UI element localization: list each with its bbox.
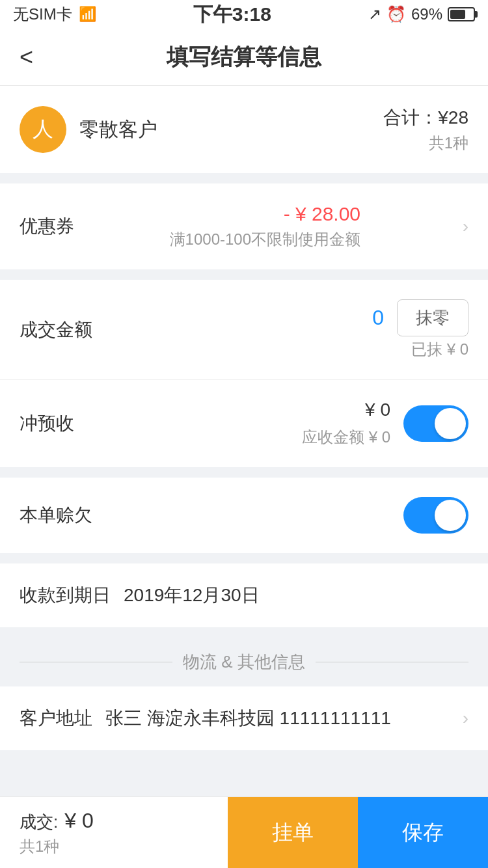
due-date-label: 收款到期日 (20, 583, 111, 608)
prepayment-label: 冲预收 (20, 411, 74, 436)
customer-row: 人 零散客户 合计：¥28 共1种 (0, 86, 488, 173)
coupon-label: 优惠券 (20, 214, 74, 239)
carrier-text: 无SIM卡 (13, 4, 72, 25)
customer-right: 合计：¥28 共1种 (383, 105, 468, 154)
bottom-total-label: 成交: (20, 811, 58, 834)
round-zero-sub: 已抹 ¥ 0 (411, 339, 468, 360)
address-section[interactable]: 客户地址 张三 海淀永丰科技园 11111111111 › (0, 686, 488, 750)
coupon-row[interactable]: 优惠券 - ¥ 28.00 满1000-100不限制使用金额 › (0, 183, 488, 269)
debt-toggle[interactable] (403, 497, 468, 534)
logistics-header: 物流 & 其他信息 (0, 638, 488, 686)
amount-section: 成交金额 0 抹零 已抹 ¥ 0 冲预收 ¥ 0 应收金额 ¥ 0 (0, 280, 488, 467)
transaction-amount-label: 成交金额 (20, 318, 92, 342)
battery-icon (448, 7, 475, 21)
coupon-description: 满1000-100不限制使用金额 (170, 229, 360, 250)
chevron-right-icon: › (463, 216, 468, 237)
transaction-amount-right: 0 抹零 已抹 ¥ 0 (372, 299, 468, 360)
prepayment-toggle[interactable] (403, 405, 468, 442)
bottom-amount: ¥ 0 (64, 809, 93, 833)
logistics-label: 物流 & 其他信息 (183, 651, 305, 673)
prepayment-value: ¥ 0 (365, 400, 390, 420)
debt-section: 本单赊欠 (0, 478, 488, 553)
nav-bar: < 填写结算等信息 (0, 29, 488, 86)
pending-button[interactable]: 挂单 (228, 797, 358, 868)
back-button[interactable]: < (20, 44, 33, 71)
bottom-info: 成交: ¥ 0 共1种 (0, 809, 228, 857)
due-date-section: 收款到期日 2019年12月30日 (0, 563, 488, 627)
due-date-row: 收款到期日 2019年12月30日 (20, 583, 468, 608)
due-date-value[interactable]: 2019年12月30日 (124, 583, 260, 608)
receivable-label: 应收金额 ¥ 0 (302, 427, 390, 448)
logistics-line-right (316, 662, 468, 662)
total-count: 共1种 (383, 133, 468, 154)
coupon-right: - ¥ 28.00 满1000-100不限制使用金额 (170, 203, 360, 250)
bottom-count: 共1种 (20, 836, 208, 857)
customer-name: 零散客户 (79, 116, 157, 143)
prepayment-values: ¥ 0 应收金额 ¥ 0 (302, 400, 390, 448)
debt-toggle-thumb (435, 500, 466, 531)
page-title: 填写结算等信息 (167, 42, 321, 72)
bottom-bar: 成交: ¥ 0 共1种 挂单 保存 (0, 796, 488, 868)
bottom-buttons: 挂单 保存 (228, 797, 488, 868)
logistics-line-left (20, 662, 172, 662)
address-chevron-icon: › (463, 708, 468, 729)
customer-left: 人 零散客户 (20, 106, 157, 153)
transaction-amount-value[interactable]: 0 (372, 306, 384, 330)
location-icon: ↗ (368, 5, 381, 23)
save-button[interactable]: 保存 (358, 797, 488, 868)
battery-percent: 69% (411, 5, 442, 23)
debt-toggle-track[interactable] (403, 497, 468, 534)
coupon-discount: - ¥ 28.00 (170, 203, 360, 225)
total-amount: 合计：¥28 (383, 105, 468, 130)
prepayment-toggle-thumb (435, 408, 466, 439)
alarm-icon: ⏰ (386, 5, 406, 23)
status-time: 下午3:18 (193, 1, 271, 28)
address-label: 客户地址 (20, 706, 92, 731)
prepayment-row: 冲预收 ¥ 0 应收金额 ¥ 0 (0, 380, 488, 467)
transaction-amount-row: 成交金额 0 抹零 已抹 ¥ 0 (0, 280, 488, 380)
round-zero-button[interactable]: 抹零 (397, 299, 468, 336)
status-right: ↗ ⏰ 69% (368, 5, 475, 23)
address-value: 张三 海淀永丰科技园 11111111111 (105, 706, 456, 731)
status-left: 无SIM卡 📶 (13, 4, 96, 25)
prepayment-toggle-track[interactable] (403, 405, 468, 442)
debt-label: 本单赊欠 (20, 503, 92, 528)
wifi-icon: 📶 (79, 6, 96, 23)
status-bar: 无SIM卡 📶 下午3:18 ↗ ⏰ 69% (0, 0, 488, 29)
content: 人 零散客户 合计：¥28 共1种 优惠券 - ¥ 28.00 满1000-10… (0, 86, 488, 839)
avatar: 人 (20, 106, 66, 153)
